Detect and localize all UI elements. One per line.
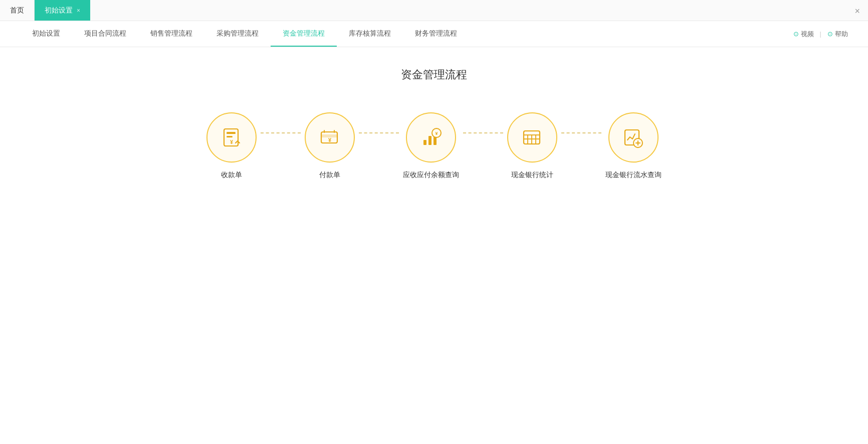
- connector-1: [261, 132, 301, 160]
- bank-stats-icon-circle: [507, 112, 557, 163]
- connector-4: [561, 132, 601, 160]
- nav-inventory-calc[interactable]: 库存核算流程: [337, 21, 403, 47]
- dotted-line-3: [463, 132, 503, 133]
- flow-container: ¥ 收款单 ¥ 付款单: [206, 112, 662, 180]
- nav-sales-management[interactable]: 销售管理流程: [138, 21, 204, 47]
- bank-flow-icon-circle: [608, 112, 659, 163]
- bank-flow-label: 现金银行流水查询: [605, 171, 662, 180]
- nav-project-contract[interactable]: 项目合同流程: [72, 21, 138, 47]
- receipt-label: 收款单: [221, 171, 242, 180]
- top-bar: 首页 初始设置 ×: [0, 0, 868, 21]
- dotted-line-2: [359, 132, 399, 133]
- flow-item-ar-ap[interactable]: ¥ 应收应付余额查询: [403, 112, 459, 180]
- flow-item-payment[interactable]: ¥ 付款单: [305, 112, 355, 180]
- receipt-icon-circle: ¥: [206, 112, 257, 163]
- payment-icon: ¥: [317, 125, 342, 150]
- receipt-icon: ¥: [219, 125, 244, 150]
- ar-ap-icon-circle: ¥: [406, 112, 456, 163]
- bank-stats-icon: [520, 125, 545, 150]
- help-label: 帮助: [835, 30, 848, 39]
- flow-item-receipt[interactable]: ¥ 收款单: [206, 112, 257, 180]
- connector-3: [463, 132, 503, 160]
- connector-2: [359, 132, 399, 160]
- dotted-line-1: [261, 132, 301, 133]
- nav-finance-management[interactable]: 财务管理流程: [403, 21, 469, 47]
- nav-bar: 初始设置 项目合同流程 销售管理流程 采购管理流程 资金管理流程 库存核算流程 …: [0, 21, 868, 47]
- ar-ap-label: 应收应付余额查询: [403, 171, 459, 180]
- window-close-button[interactable]: ×: [854, 6, 860, 17]
- bank-stats-label: 现金银行统计: [511, 171, 553, 180]
- question-circle-icon: ⊙: [827, 30, 833, 38]
- svg-rect-7: [423, 140, 426, 145]
- svg-rect-8: [428, 136, 431, 145]
- dotted-line-4: [561, 132, 601, 133]
- ar-ap-icon: ¥: [418, 125, 444, 150]
- active-tab[interactable]: 初始设置 ×: [35, 0, 90, 21]
- svg-text:¥: ¥: [435, 131, 438, 136]
- svg-text:¥: ¥: [328, 137, 332, 143]
- play-circle-icon: ⊙: [793, 30, 799, 38]
- svg-rect-2: [227, 136, 233, 137]
- active-tab-label: 初始设置: [45, 6, 73, 15]
- page-title: 资金管理流程: [401, 67, 467, 82]
- video-label: 视频: [801, 30, 814, 39]
- video-help-item[interactable]: ⊙ 视频: [793, 30, 814, 39]
- flow-item-bank-stats[interactable]: 现金银行统计: [507, 112, 557, 180]
- bank-flow-icon: [621, 125, 646, 150]
- svg-rect-1: [227, 132, 236, 134]
- nav-initial-setup[interactable]: 初始设置: [20, 21, 72, 47]
- flow-item-bank-flow[interactable]: 现金银行流水查询: [605, 112, 662, 180]
- nav-right: ⊙ 视频 | ⊙ 帮助: [793, 30, 848, 39]
- help-item[interactable]: ⊙ 帮助: [827, 30, 848, 39]
- nav-links: 初始设置 项目合同流程 销售管理流程 采购管理流程 资金管理流程 库存核算流程 …: [20, 21, 469, 47]
- tab-close-button[interactable]: ×: [77, 7, 80, 14]
- main-content: 资金管理流程 ¥ 收款单: [0, 47, 868, 200]
- svg-text:¥: ¥: [230, 139, 233, 145]
- payment-icon-circle: ¥: [305, 112, 355, 163]
- nav-purchase-management[interactable]: 采购管理流程: [204, 21, 271, 47]
- nav-divider: |: [820, 30, 821, 38]
- home-tab[interactable]: 首页: [0, 0, 35, 21]
- payment-label: 付款单: [319, 171, 340, 180]
- nav-fund-management[interactable]: 资金管理流程: [271, 21, 337, 47]
